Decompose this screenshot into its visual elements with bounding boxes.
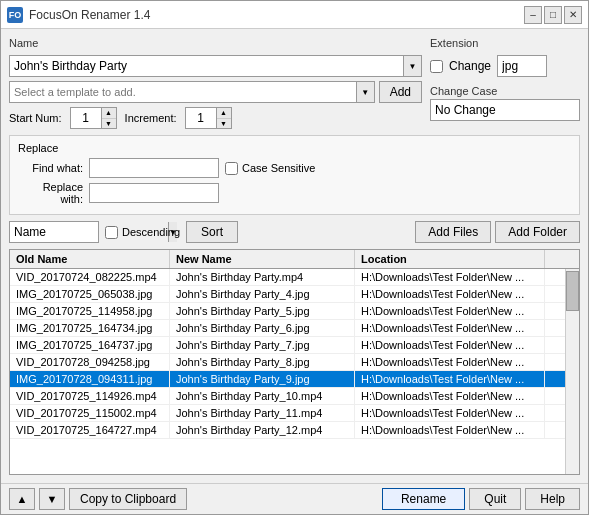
start-num-label: Start Num:	[9, 112, 62, 124]
start-num-up-btn[interactable]: ▲	[102, 108, 116, 119]
start-num-spinner-btns: ▲ ▼	[101, 108, 116, 128]
add-files-button[interactable]: Add Files	[415, 221, 491, 243]
cell-location: H:\Downloads\Test Folder\New ...	[355, 388, 545, 404]
name-combobox[interactable]: ▼	[9, 55, 422, 77]
case-sensitive-row: Case Sensitive	[225, 162, 315, 175]
sort-combobox[interactable]: ▼	[9, 221, 99, 243]
table-row[interactable]: VID_20170728_094258.jpgJohn's Birthday P…	[10, 354, 565, 371]
copy-clipboard-button[interactable]: Copy to Clipboard	[69, 488, 187, 510]
cell-new-name: John's Birthday Party_5.jpg	[170, 303, 355, 319]
top-row: Name ▼ ▼ Add Start Num:	[9, 37, 580, 129]
increment-spinner[interactable]: ▲ ▼	[185, 107, 232, 129]
scrollbar[interactable]	[565, 269, 579, 474]
template-input[interactable]	[10, 84, 356, 100]
change-case-input[interactable]	[431, 101, 589, 119]
descending-label: Descending	[122, 226, 180, 238]
find-label: Find what:	[18, 162, 83, 174]
replace-with-input[interactable]	[89, 183, 219, 203]
move-down-button[interactable]: ▼	[39, 488, 65, 510]
header-new-name: New Name	[170, 250, 355, 268]
cell-location: H:\Downloads\Test Folder\New ...	[355, 269, 545, 285]
table-row[interactable]: IMG_20170725_164734.jpgJohn's Birthday P…	[10, 320, 565, 337]
case-sensitive-checkbox[interactable]	[225, 162, 238, 175]
cell-old-name: IMG_20170725_164734.jpg	[10, 320, 170, 336]
ext-value-input[interactable]	[497, 55, 547, 77]
table-row[interactable]: VID_20170725_114926.mp4John's Birthday P…	[10, 388, 565, 405]
add-template-button[interactable]: Add	[379, 81, 422, 103]
header-old-name: Old Name	[10, 250, 170, 268]
start-num-spinner[interactable]: ▲ ▼	[70, 107, 117, 129]
cell-old-name: VID_20170725_114926.mp4	[10, 388, 170, 404]
cell-old-name: VID_20170728_094258.jpg	[10, 354, 170, 370]
table-row[interactable]: VID_20170725_164727.mp4John's Birthday P…	[10, 422, 565, 439]
add-folder-button[interactable]: Add Folder	[495, 221, 580, 243]
minimize-button[interactable]: –	[524, 6, 542, 24]
cell-new-name: John's Birthday Party_4.jpg	[170, 286, 355, 302]
table-row[interactable]: IMG_20170728_094311.jpgJohn's Birthday P…	[10, 371, 565, 388]
start-num-input[interactable]	[71, 109, 101, 127]
move-up-button[interactable]: ▲	[9, 488, 35, 510]
replace-with-label: Replace with:	[18, 181, 83, 205]
cell-location: H:\Downloads\Test Folder\New ...	[355, 354, 545, 370]
close-button[interactable]: ✕	[564, 6, 582, 24]
increment-down-btn[interactable]: ▼	[217, 119, 231, 129]
change-ext-checkbox[interactable]	[430, 60, 443, 73]
sort-button[interactable]: Sort	[186, 221, 238, 243]
table-row[interactable]: IMG_20170725_114958.jpgJohn's Birthday P…	[10, 303, 565, 320]
find-input[interactable]	[89, 158, 219, 178]
scrollbar-thumb[interactable]	[566, 271, 579, 311]
change-case-section: Change Case ▼	[430, 85, 580, 121]
extension-section: Extension Change Change Case ▼	[430, 37, 580, 129]
replace-title: Replace	[18, 142, 571, 154]
cell-old-name: IMG_20170728_094311.jpg	[10, 371, 170, 387]
file-table: Old Name New Name Location VID_20170724_…	[9, 249, 580, 475]
app-icon: FO	[7, 7, 23, 23]
cell-old-name: IMG_20170725_065038.jpg	[10, 286, 170, 302]
descending-checkbox[interactable]	[105, 226, 118, 239]
cell-new-name: John's Birthday Party_12.mp4	[170, 422, 355, 438]
bottom-bar: ▲ ▼ Copy to Clipboard Rename Quit Help	[1, 483, 588, 514]
table-scroll-container: VID_20170724_082225.mp4John's Birthday P…	[10, 269, 579, 474]
change-case-label: Change Case	[430, 85, 580, 97]
increment-input[interactable]	[186, 109, 216, 127]
template-row: ▼ Add	[9, 81, 422, 103]
increment-up-btn[interactable]: ▲	[217, 108, 231, 119]
cell-old-name: VID_20170724_082225.mp4	[10, 269, 170, 285]
name-dropdown-arrow[interactable]: ▼	[403, 56, 421, 76]
cell-old-name: VID_20170725_164727.mp4	[10, 422, 170, 438]
cell-new-name: John's Birthday Party_7.jpg	[170, 337, 355, 353]
table-row[interactable]: IMG_20170725_065038.jpgJohn's Birthday P…	[10, 286, 565, 303]
cell-location: H:\Downloads\Test Folder\New ...	[355, 405, 545, 421]
change-case-combobox[interactable]: ▼	[430, 99, 580, 121]
cell-new-name: John's Birthday Party_10.mp4	[170, 388, 355, 404]
replace-row: Replace with:	[18, 181, 571, 205]
rename-button[interactable]: Rename	[382, 488, 465, 510]
main-window: FO FocusOn Renamer 1.4 – □ ✕ Name ▼	[0, 0, 589, 515]
table-row[interactable]: IMG_20170725_164737.jpgJohn's Birthday P…	[10, 337, 565, 354]
table-header: Old Name New Name Location	[10, 250, 579, 269]
cell-old-name: IMG_20170725_164737.jpg	[10, 337, 170, 353]
help-button[interactable]: Help	[525, 488, 580, 510]
title-bar-left: FO FocusOn Renamer 1.4	[7, 7, 150, 23]
name-label: Name	[9, 37, 422, 49]
cell-new-name: John's Birthday Party_8.jpg	[170, 354, 355, 370]
cell-location: H:\Downloads\Test Folder\New ...	[355, 320, 545, 336]
header-location: Location	[355, 250, 545, 268]
template-combobox[interactable]: ▼	[9, 81, 375, 103]
quit-button[interactable]: Quit	[469, 488, 521, 510]
cell-new-name: John's Birthday Party_6.jpg	[170, 320, 355, 336]
name-input[interactable]	[10, 57, 403, 75]
main-content: Name ▼ ▼ Add Start Num:	[1, 29, 588, 483]
template-dropdown-arrow[interactable]: ▼	[356, 82, 374, 102]
table-body[interactable]: VID_20170724_082225.mp4John's Birthday P…	[10, 269, 565, 474]
sort-row: ▼ Descending Sort Add Files Add Folder	[9, 221, 580, 243]
maximize-button[interactable]: □	[544, 6, 562, 24]
table-row[interactable]: VID_20170725_115002.mp4John's Birthday P…	[10, 405, 565, 422]
descending-row: Descending	[105, 226, 180, 239]
start-num-down-btn[interactable]: ▼	[102, 119, 116, 129]
increment-label: Increment:	[125, 112, 177, 124]
change-ext-label: Change	[449, 59, 491, 73]
table-row[interactable]: VID_20170724_082225.mp4John's Birthday P…	[10, 269, 565, 286]
cell-new-name: John's Birthday Party.mp4	[170, 269, 355, 285]
cell-new-name: John's Birthday Party_11.mp4	[170, 405, 355, 421]
